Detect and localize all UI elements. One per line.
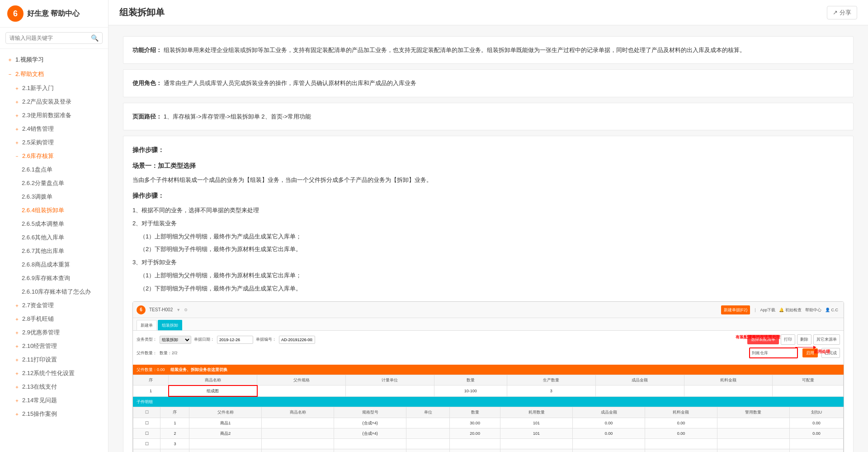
sidebar-item-2-4[interactable]: ＋ 2.4销售管理 — [0, 122, 108, 136]
scenario1-desc: 当由多个子件材料组装成一个成品的业务为【组装】业务，当由一个父件拆分成多个子产品… — [132, 175, 844, 186]
mock-select-type[interactable]: 组装拆卸 — [160, 336, 191, 344]
sidebar-item-2-3[interactable]: ＋ 2.3使用前数据准备 — [0, 109, 108, 122]
step2-sub2: （2）下部明细为子件明细，最终作为原材料生成某它出库单。 — [132, 244, 844, 255]
mock-input-docno[interactable] — [279, 336, 315, 344]
path-label: 页面路径： — [132, 113, 162, 120]
mock-tab-bar: 新建单 组装拆卸 — [133, 318, 844, 331]
mock-cell-avail — [773, 385, 844, 396]
search-icon[interactable]: 🔍 — [91, 34, 99, 42]
sidebar-item-2-6-label: 2.6库存核算 — [22, 152, 54, 160]
mock-tab-assemble-label: 组装拆卸 — [162, 323, 178, 328]
sidebar-item-2-12[interactable]: ＋ 2.12系统个性化设置 — [0, 366, 108, 380]
sidebar-item-2-6-1[interactable]: 2.6.1盘点单 — [0, 163, 108, 176]
mock-new-btn[interactable]: 新建单据(F2) — [721, 305, 750, 314]
sidebar-item-2-5-label: 2.5采购管理 — [22, 138, 54, 147]
logo-area: 6 好生意 帮助中心 — [0, 0, 108, 28]
sidebar-item-2[interactable]: － 2.帮助文档 — [0, 67, 108, 81]
sidebar-item-2-2[interactable]: ＋ 2.2产品安装及登录 — [0, 95, 108, 109]
mock-cell-qty: 10-100 — [434, 385, 507, 396]
step1: 1、根据不同的业务，选择不同单据的类型来处理 — [132, 205, 844, 216]
sidebar-item-2-13[interactable]: ＋ 2.13在线支付 — [0, 380, 108, 394]
sidebar-item-2-9[interactable]: ＋ 2.9优惠券管理 — [0, 326, 108, 339]
mock-child-row-3: ☐3 — [133, 438, 844, 449]
sidebar-item-2-6-6[interactable]: 2.6.6其他入库单 — [0, 231, 108, 244]
mock-form-row-1: 业务类型： 组装拆卸 单据日期： 单据编号： 选择装配清单 打印 — [137, 334, 840, 344]
sidebar-item-2-12-label: 2.12系统个性化设置 — [22, 369, 75, 377]
mock-label-date: 单据日期： — [194, 336, 214, 343]
sidebar-item-2-5[interactable]: ＋ 2.5采购管理 — [0, 136, 108, 149]
mock-tab-assemble[interactable]: 组装拆卸 — [158, 320, 182, 330]
mock-child-col-unit: 单位 — [406, 407, 450, 418]
sidebar-item-1[interactable]: ＋ 1.视频学习 — [0, 52, 108, 67]
share-label: 分享 — [840, 9, 851, 17]
minus-icon: － — [7, 71, 13, 78]
mock-label-warehouse: 到账仓库 — [752, 349, 768, 357]
mock-section-child: 子件明细 — [133, 397, 844, 407]
mock-col-prod-amt: 成品金额 — [595, 375, 684, 385]
sidebar-item-2-8[interactable]: ＋ 2.8手机旺铺 — [0, 312, 108, 326]
plus-icon-2-4: ＋ — [14, 126, 19, 133]
sidebar-item-2-7-label: 2.7资金管理 — [22, 301, 54, 309]
mock-child-col-spec: 规格型号 — [334, 407, 406, 418]
mock-child-row-2: ☐ 2 商品2 (合成+4) 20.00 101 0.00 0.00 — [133, 428, 844, 438]
sidebar-item-2-6[interactable]: － 2.6库存核算 — [0, 149, 108, 163]
mock-section-parent-label: 父件数量：0.00 — [137, 366, 165, 373]
sidebar-item-2-15[interactable]: ＋ 2.15操作案例 — [0, 407, 108, 421]
search-input[interactable] — [9, 35, 91, 41]
mock-btn-delete[interactable]: 删除 — [797, 334, 811, 344]
mock-input-date[interactable] — [217, 336, 253, 344]
mock-label-count: 父件数量： — [137, 349, 157, 357]
sidebar-item-2-7[interactable]: ＋ 2.7资金管理 — [0, 299, 108, 312]
intro-label: 功能介绍： — [132, 47, 162, 53]
mock-col-unit: 计量单位 — [345, 375, 434, 385]
mock-parent-header-row: 序 商品名称 父件规格 计量单位 数量 生产数量 成品金额 耗料金额 可配量 — [133, 375, 844, 385]
sidebar-item-2-6-2[interactable]: 2.6.2分量盘点单 — [0, 176, 108, 190]
logo-icon: 6 — [7, 5, 24, 22]
mock-child-col-qty: 数量 — [450, 407, 500, 418]
sidebar-item-2-1-label: 2.1新手入门 — [22, 84, 54, 92]
mock-cell-spec — [257, 385, 346, 396]
mock-warehouse-box: 到账仓库 — [749, 347, 798, 358]
step2: 2、对于组装业务 — [132, 218, 844, 229]
sidebar-item-2-6-9[interactable]: 2.6.9库存账本查询 — [0, 271, 108, 285]
role-label: 使用角色： — [132, 80, 162, 86]
mock-parent-table: 序 商品名称 父件规格 计量单位 数量 生产数量 成品金额 耗料金额 可配量 — [133, 375, 844, 397]
sidebar-item-2-14[interactable]: ＋ 2.14常见问题 — [0, 394, 108, 407]
role-card: 使用角色： 通常由生产人员或库管人员完成拆装业务的操作，库管人员确认原材料的出库… — [123, 69, 854, 97]
ops-title: 操作步骤： — [132, 144, 844, 156]
sidebar-item-2-3-label: 2.3使用前数据准备 — [22, 111, 71, 119]
sidebar: 6 好生意 帮助中心 🔍 ＋ 1.视频学习 － 2.帮助文档 ＋ 2.1新手入门… — [0, 0, 108, 452]
plus-icon-2-2: ＋ — [14, 99, 19, 105]
mock-col-name: 商品名称 — [169, 375, 257, 385]
sidebar-item-2-6-4[interactable]: 2.6.4组装拆卸单 — [0, 204, 108, 217]
mock-btn-other[interactable]: 其它来源单 — [813, 334, 840, 344]
path-text: 1、库存核算->库存管理->组装拆卸单 2、首页->常用功能 — [164, 113, 311, 120]
share-button[interactable]: ↗ 分享 — [827, 6, 857, 19]
mock-tab-new[interactable]: 新建单 — [137, 320, 157, 330]
mock-btn-print[interactable]: 打印 — [781, 334, 795, 344]
sidebar-item-2-6-7[interactable]: 2.6.7其他出库单 — [0, 244, 108, 258]
mock-col-seq: 序 — [133, 375, 169, 385]
annotation-4: 启用处理 — [814, 348, 830, 355]
sidebar-item-2-6-8[interactable]: 2.6.8商品成本重算 — [0, 258, 108, 271]
mock-section-child-label: 子件明细 — [137, 398, 153, 405]
sidebar-item-2-6-3[interactable]: 2.6.3调拨单 — [0, 190, 108, 204]
ops-card: 操作步骤： 场景一：加工类型选择 当由多个子件材料组装成一个成品的业务为【组装】… — [123, 136, 854, 452]
sidebar-item-2-1[interactable]: ＋ 2.1新手入门 — [0, 81, 108, 95]
mock-child-header-row: ☐ 序 父件名称 商品名称 规格型号 单位 数量 耗用数量 成品金额 耗料金 — [133, 407, 844, 418]
sidebar-item-2-6-10[interactable]: 2.6.10库存账本错了怎么办 — [0, 285, 108, 299]
mock-section-parent: 父件数量：0.00 组装业务、拆卸业务在这里切换 — [133, 365, 844, 375]
annotation-arrow-1: ▶ — [795, 343, 816, 351]
sidebar-item-2-6-5[interactable]: 2.6.5成本调整单 — [0, 217, 108, 231]
path-card: 页面路径： 1、库存核算->库存管理->组装拆卸单 2、首页->常用功能 — [123, 103, 854, 130]
sidebar-item-2-11[interactable]: ＋ 2.11打印设置 — [0, 353, 108, 366]
mock-input-warehouse[interactable] — [768, 349, 795, 357]
mock-label-type: 业务类型： — [137, 336, 157, 343]
mock-child-col-mat-amt: 耗料金额 — [645, 407, 717, 418]
plus-icon-2-15: ＋ — [14, 411, 19, 418]
mock-company: TEST-H002 — [149, 306, 173, 314]
sidebar-item-2-10[interactable]: ＋ 2.10经营管理 — [0, 339, 108, 353]
sidebar-item-1-label: 1.视频学习 — [15, 56, 44, 64]
minus-icon-2-6: － — [14, 153, 19, 160]
page-title: 组装拆卸单 — [119, 6, 165, 19]
